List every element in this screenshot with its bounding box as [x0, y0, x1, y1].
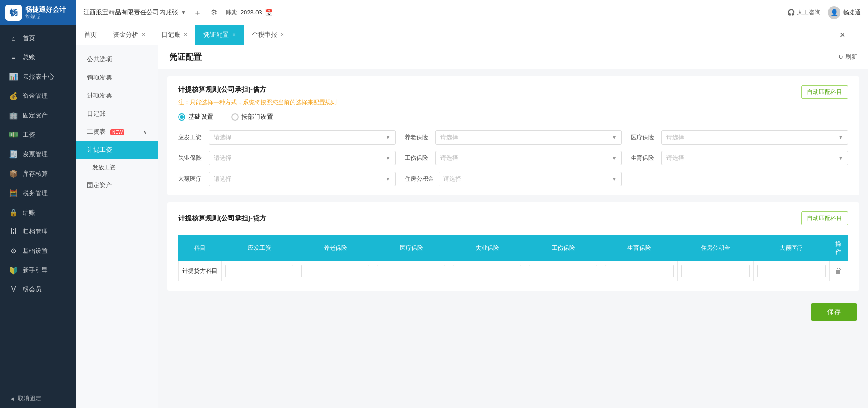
- sec-item-sales[interactable]: 销项发票: [76, 69, 158, 87]
- topbar-right: 🎧 人工咨询 👤 畅捷通: [788, 6, 861, 19]
- sidebar-item-vip[interactable]: V 畅会员: [0, 280, 76, 299]
- funds-icon: 💰: [9, 92, 18, 100]
- sidebar-item-guide[interactable]: 🔰 新手引导: [0, 261, 76, 280]
- tab-funds-label: 资金分析: [113, 31, 138, 39]
- credit-section: 计提核算规则(公司承担)-贷方 自动匹配科目 科目 应发工资 养老保险 医疗保险…: [167, 202, 859, 291]
- refresh-button[interactable]: ↻ 刷新: [838, 53, 857, 61]
- table-row: 计提贷方科目 🗑: [179, 261, 848, 281]
- td-yingfa[interactable]: [222, 261, 297, 281]
- new-badge: NEW: [110, 129, 124, 135]
- select-yiliao-arrow: ▼: [838, 135, 843, 140]
- debit-auto-match-button[interactable]: 自动匹配科目: [801, 85, 848, 99]
- sidebar-item-invoice[interactable]: 🧾 发票管理: [0, 145, 76, 164]
- sidebar-item-funds[interactable]: 💰 资金管理: [0, 86, 76, 106]
- input-gongshang[interactable]: [529, 265, 597, 277]
- input-gongjijin[interactable]: [681, 265, 750, 277]
- label-yingfa: 应发工资: [178, 133, 204, 141]
- tab-home[interactable]: 首页: [76, 25, 105, 45]
- sidebar-label-settings: 基础设置: [23, 247, 48, 255]
- th-gongshang: 工伤保险: [525, 235, 601, 261]
- label-yanglao: 养老保险: [405, 133, 431, 141]
- sec-item-payroll-pay[interactable]: 发放工资: [76, 159, 158, 176]
- input-shiye[interactable]: [453, 265, 521, 277]
- tab-journal[interactable]: 日记账 ×: [153, 25, 195, 45]
- td-yanglao[interactable]: [297, 261, 373, 281]
- tab-expand-icon[interactable]: ⛶: [852, 29, 863, 41]
- select-yanglao[interactable]: 请选择 ▼: [435, 130, 622, 145]
- content-area: 公共选项 销项发票 进项发票 日记账 工资表 NEW ∨ 计提工资 发放工资: [76, 45, 868, 408]
- sec-item-fixed-asset[interactable]: 固定资产: [76, 176, 158, 194]
- tab-tax-close[interactable]: ×: [281, 32, 284, 38]
- tax-icon: 🧮: [9, 189, 18, 197]
- select-yiliao[interactable]: 请选择 ▼: [661, 130, 848, 145]
- sidebar-item-ledger[interactable]: ≡ 总账: [0, 48, 76, 67]
- sidebar-item-reports[interactable]: 📊 云报表中心: [0, 67, 76, 86]
- credit-table: 科目 应发工资 养老保险 医疗保险 失业保险 工伤保险 生育保险 住房公积金 大…: [178, 235, 848, 281]
- input-yingfa[interactable]: [225, 265, 293, 277]
- td-yiliao[interactable]: [373, 261, 449, 281]
- sec-item-public[interactable]: 公共选项: [76, 51, 158, 69]
- sidebar-item-settings[interactable]: ⚙ 基础设置: [0, 241, 76, 261]
- select-shengyu[interactable]: 请选择 ▼: [661, 151, 848, 165]
- tab-tax[interactable]: 个税申报 ×: [244, 25, 292, 45]
- form-row-1: 应发工资 请选择 ▼ 养老保险 请选择 ▼ 医疗: [178, 130, 848, 145]
- save-button[interactable]: 保存: [811, 303, 857, 321]
- field-yingfa: 应发工资 请选择 ▼: [178, 130, 396, 145]
- td-gongshang[interactable]: [525, 261, 601, 281]
- sec-item-purchase[interactable]: 进项发票: [76, 87, 158, 105]
- td-daeyiliao[interactable]: [753, 261, 829, 281]
- calendar-icon[interactable]: 📅: [265, 9, 273, 16]
- select-shiye[interactable]: 请选择 ▼: [209, 151, 396, 165]
- td-action[interactable]: 🗑: [829, 261, 848, 281]
- sidebar-label-invoice: 发票管理: [23, 150, 48, 159]
- user-area[interactable]: 👤 畅捷通: [828, 6, 861, 19]
- select-shengyu-arrow: ▼: [838, 155, 843, 161]
- select-gongjijin[interactable]: 请选择 ▼: [439, 172, 622, 186]
- sidebar-item-close[interactable]: 🔒 结账: [0, 203, 76, 222]
- reports-icon: 📊: [9, 72, 18, 81]
- vip-icon: V: [9, 286, 18, 294]
- td-gongjijin[interactable]: [677, 261, 753, 281]
- tab-close-all-icon[interactable]: ✕: [838, 29, 847, 41]
- company-selector[interactable]: 江西服宝精品有限责任公司内账张 ▼: [83, 9, 186, 17]
- sidebar-item-tax[interactable]: 🧮 税务管理: [0, 183, 76, 203]
- input-shengyu[interactable]: [605, 265, 673, 277]
- select-gongshang[interactable]: 请选择 ▼: [435, 151, 622, 165]
- sidebar-item-wages[interactable]: 💵 工资: [0, 125, 76, 145]
- sec-item-sales-label: 销项发票: [87, 74, 112, 82]
- tab-journal-close[interactable]: ×: [184, 32, 187, 38]
- td-shengyu[interactable]: [601, 261, 677, 281]
- tab-voucher-close[interactable]: ×: [232, 32, 236, 38]
- period-label: 账期: [226, 9, 238, 17]
- service-button[interactable]: 🎧 人工咨询: [788, 9, 821, 17]
- tab-voucher[interactable]: 凭证配置 ×: [195, 25, 244, 45]
- delete-row-icon[interactable]: 🗑: [835, 267, 842, 275]
- tab-funds[interactable]: 资金分析 ×: [105, 25, 153, 45]
- select-yingfa[interactable]: 请选择 ▼: [209, 130, 396, 145]
- sidebar-item-inventory[interactable]: 📦 库存核算: [0, 164, 76, 183]
- th-daeyiliao: 大额医疗: [753, 235, 829, 261]
- credit-auto-match-button[interactable]: 自动匹配科目: [801, 211, 848, 225]
- sidebar-item-archive[interactable]: 🗄 归档管理: [0, 222, 76, 241]
- settings-button[interactable]: ⚙: [209, 6, 219, 19]
- add-company-button[interactable]: ＋: [192, 5, 203, 20]
- logo-icon: 畅: [5, 5, 22, 21]
- select-yanglao-placeholder: 请选择: [440, 133, 458, 141]
- input-yanglao[interactable]: [301, 265, 369, 277]
- td-shiye[interactable]: [449, 261, 525, 281]
- sec-item-payroll-accrual[interactable]: 计提工资: [76, 141, 158, 159]
- settings-icon: ⚙: [9, 247, 18, 255]
- input-yiliao[interactable]: [377, 265, 445, 277]
- select-daeyiliao[interactable]: 请选择 ▼: [209, 172, 396, 186]
- input-daeyiliao[interactable]: [757, 265, 826, 277]
- sec-item-payroll-table[interactable]: 工资表 NEW ∨: [76, 123, 158, 141]
- radio-dept-circle: [231, 113, 239, 121]
- sidebar-item-home[interactable]: ⌂ 首页: [0, 29, 76, 48]
- radio-dept[interactable]: 按部门设置: [231, 113, 273, 121]
- sidebar-item-assets[interactable]: 🏢 固定资产: [0, 106, 76, 125]
- cancel-fixed-button[interactable]: ◄ 取消固定: [0, 389, 76, 408]
- sec-item-journal[interactable]: 日记账: [76, 105, 158, 123]
- radio-basic[interactable]: 基础设置: [178, 113, 213, 121]
- th-action: 操作: [829, 235, 848, 261]
- tab-funds-close[interactable]: ×: [142, 32, 145, 38]
